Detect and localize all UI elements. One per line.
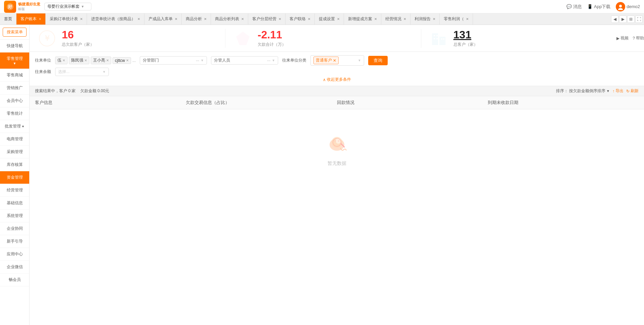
svg-text:✦: ✦ <box>241 36 245 42</box>
results-bar: 搜索结果中，客户 0 家 欠款金额 0.00元 排序： 按欠款金额倒序排序 ▼ … <box>30 86 644 96</box>
sidebar-item-purchase[interactable]: 采购管理 <box>0 146 29 158</box>
sidebar-item-app-center[interactable]: 应用中心 <box>0 248 29 261</box>
stat-all-customers-value: 131 <box>454 29 478 41</box>
tab-close-product-analysis[interactable]: ✕ <box>204 17 207 21</box>
tab-close-business-situation[interactable]: ✕ <box>403 17 406 21</box>
tab-production-inbound[interactable]: 产成品入库单 ✕ <box>144 13 182 25</box>
tab-product-analysis[interactable]: 商品分析 ✕ <box>182 13 211 25</box>
chevron-up-icon: ∧ <box>323 77 326 82</box>
app-download-button[interactable]: 📱 App下载 <box>587 4 610 10</box>
collapse-button[interactable]: ∧ 收起更多条件 <box>35 77 639 82</box>
svg-rect-8 <box>434 35 435 36</box>
remainder-selector[interactable]: 选择... ▼ <box>55 68 109 76</box>
tab-home[interactable]: 首页 <box>0 13 16 25</box>
remove-tag-2[interactable]: ✕ <box>106 59 109 62</box>
tab-customer-segment[interactable]: 客户分层经营 ✕ <box>248 13 286 25</box>
remove-tag-3[interactable]: ✕ <box>126 59 129 62</box>
help-button[interactable]: ? 帮助 <box>633 35 644 41</box>
remove-tag-1[interactable]: ✕ <box>84 59 87 62</box>
tab-retail-profit[interactable]: 零售利润（ ✕ <box>440 13 473 25</box>
sidebar-item-ecommerce[interactable]: 电商管理 <box>0 133 29 146</box>
tab-promotion-settings[interactable]: 提成设置 ✕ <box>315 13 344 25</box>
filter-more-tags[interactable]: ... <box>132 58 136 63</box>
svg-text:好: 好 <box>8 4 12 9</box>
tab-next-button[interactable]: ▶ <box>619 15 627 23</box>
user-menu[interactable]: demo2 <box>616 2 640 11</box>
svg-point-2 <box>619 5 622 7</box>
video-icon: ▶ <box>616 36 619 41</box>
export-icon: ↑ <box>612 89 614 94</box>
sidebar-item-retail-mall[interactable]: 零售商城 <box>0 69 29 82</box>
sidebar-item-operations[interactable]: 经营管理 <box>0 184 29 197</box>
video-button[interactable]: ▶ 视频 <box>616 35 629 41</box>
tab-prev-button[interactable]: ◀ <box>611 15 618 23</box>
results-actions: 排序： 按欠款金额倒序排序 ▼ ↑ 导出 ↻ 刷新 <box>556 88 639 94</box>
sidebar-item-wholesale[interactable]: 批发管理 ▼ <box>0 120 29 133</box>
tab-expand-button[interactable]: ⊞ <box>627 15 635 23</box>
refresh-button[interactable]: ↻ 刷新 <box>626 88 639 94</box>
query-button[interactable]: 查询 <box>368 56 388 65</box>
remove-tag-0[interactable]: ✕ <box>62 59 65 62</box>
stat-customers-value: 16 <box>62 29 94 41</box>
sidebar-item-basic-info[interactable]: 基础信息 <box>0 197 29 210</box>
filter-tag-3: cjttcw ✕ <box>113 57 131 64</box>
tab-fullscreen-button[interactable]: ⛶ <box>635 15 643 23</box>
sidebar-item-system[interactable]: 系统管理 <box>0 210 29 222</box>
tab-accounts[interactable]: 客户账本 ✕ <box>16 13 46 25</box>
tab-close-accounts[interactable]: ✕ <box>39 17 41 21</box>
sidebar-item-enterprise-collab[interactable]: 企业协同 <box>0 222 29 235</box>
sidebar-item-retail[interactable]: 零售管理 ▼ <box>0 52 29 69</box>
tab-close-customer-segment[interactable]: ✕ <box>278 17 281 21</box>
dept-dots: ··· <box>196 58 199 63</box>
tab-close-profit-report[interactable]: ✕ <box>433 17 435 21</box>
tab-purchase-orders[interactable]: 采购订单统计表 ✕ <box>46 13 87 25</box>
chevron-down-icon: ▼ <box>22 125 25 128</box>
top-right: 💬 消息 📱 App下载 demo2 <box>566 2 640 11</box>
stat-total-debt: ✦ -2.11 欠款合计（万） <box>225 29 421 48</box>
sidebar-item-inventory[interactable]: 库存核算 <box>0 158 29 171</box>
sidebar-item-quick-nav[interactable]: 快捷导航 <box>0 40 29 52</box>
tab-close-production-inbound[interactable]: ✕ <box>175 17 177 21</box>
sidebar-item-finance[interactable]: 资金管理 <box>0 171 29 184</box>
svg-point-3 <box>618 8 623 10</box>
category-selector[interactable]: 普通客户 ✕ ▼ <box>310 55 364 66</box>
account-selector[interactable]: 母婴行业演示帐套 ▼ <box>44 3 91 10</box>
remove-category[interactable]: ✕ <box>333 58 336 63</box>
message-button[interactable]: 💬 消息 <box>566 4 582 10</box>
category-chevron-icon: ▼ <box>358 59 361 62</box>
tab-business-situation[interactable]: 经营情况 ✕ <box>381 13 411 25</box>
logo-text: 畅捷通好生意 标版 <box>18 2 40 11</box>
stat-debt-value: -2.11 <box>258 29 286 41</box>
empty-state: 暂无数据 <box>30 109 644 187</box>
sidebar-item-members[interactable]: 会员中心 <box>0 95 29 107</box>
tab-product-analysis-list[interactable]: 商品分析列表 ✕ <box>211 13 248 25</box>
stat-customers-label: 总欠款客户（家） <box>62 42 94 47</box>
sidebar-item-enterprise-wechat[interactable]: 企业微信 <box>0 261 29 274</box>
main-layout: 搜索菜单 快捷导航 零售管理 ▼ 零售商城 营销推广 会员中心 零售统计 批发管… <box>0 25 644 325</box>
sidebar-item-premium-member[interactable]: 畅会员 <box>0 274 29 286</box>
sidebar-item-retail-stats[interactable]: 零售统计 <box>0 107 29 120</box>
tab-close-product-analysis-list[interactable]: ✕ <box>241 17 244 21</box>
tab-customer-contact[interactable]: 客户联络 ✕ <box>286 13 315 25</box>
sort-selector[interactable]: 排序： 按欠款金额倒序排序 ▼ <box>556 88 610 94</box>
sidebar-search-button[interactable]: 搜索菜单 <box>3 28 27 37</box>
tab-navigation: ◀ ▶ ⊞ ⛶ <box>610 15 644 23</box>
tab-close-new-promotion-plan[interactable]: ✕ <box>374 17 377 21</box>
tab-inbound-stats[interactable]: 进货单统计表（按商品） ✕ <box>87 13 144 25</box>
tab-close-retail-profit[interactable]: ✕ <box>466 17 469 21</box>
tab-close-purchase-orders[interactable]: ✕ <box>80 17 83 21</box>
tab-profit-report[interactable]: 利润报告 ✕ <box>411 13 440 25</box>
table-container: 客户信息 欠款交易信息（占比） 回款情况 到期未收款日期 <box>30 96 644 325</box>
category-label: 往来单位分类 <box>282 58 306 63</box>
sidebar-item-new-guide[interactable]: 新手引导 <box>0 235 29 248</box>
dept-selector[interactable]: 分管部门 ··· ▼ <box>140 56 207 65</box>
sidebar-item-marketing[interactable]: 营销推广 <box>0 82 29 95</box>
svg-rect-12 <box>441 38 442 40</box>
tab-close-inbound-stats[interactable]: ✕ <box>137 17 140 21</box>
person-selector[interactable]: 分管人员 ··· ▼ <box>211 56 278 65</box>
svg-rect-10 <box>434 38 435 39</box>
tab-close-customer-contact[interactable]: ✕ <box>308 17 310 21</box>
export-button[interactable]: ↑ 导出 <box>612 88 624 94</box>
tab-new-promotion-plan[interactable]: 新增提成方案 ✕ <box>344 13 381 25</box>
tab-close-promotion-settings[interactable]: ✕ <box>337 17 340 21</box>
